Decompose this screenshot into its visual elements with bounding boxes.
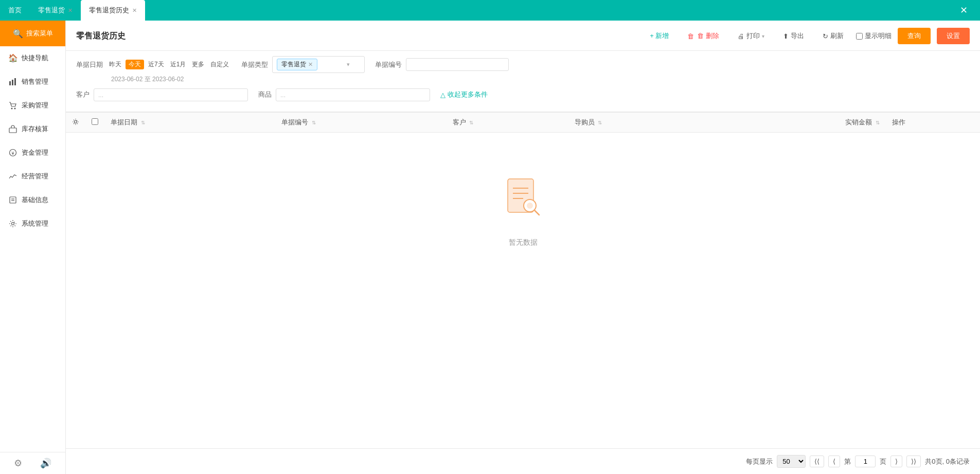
- table-col-settings[interactable]: [66, 113, 85, 133]
- per-page-select[interactable]: 50 10 20 100: [777, 455, 806, 468]
- sort-guide-icon: ⇅: [598, 120, 602, 125]
- sidebar-item-finance[interactable]: ¥ 资金管理: [0, 141, 65, 165]
- empty-text: 暂无数据: [509, 238, 538, 247]
- sidebar-item-label: 资金管理: [22, 148, 48, 157]
- page-header-row: 零售退货历史 + 新增 🗑 🗑 删除 🖨 打印 ▾ ⬆ 导出: [76, 28, 970, 44]
- sidebar: 🔍 搜索菜单 🏠 快捷导航 销售管理 采购管理: [0, 21, 66, 474]
- per-page-label: 每页显示: [746, 457, 773, 466]
- export-icon: ⬆: [783, 32, 789, 40]
- col-guide[interactable]: 导购员 ⇅: [568, 113, 715, 133]
- doc-type-label: 单据类型: [241, 60, 268, 69]
- date-label: 单据日期: [76, 60, 103, 69]
- sidebar-item-label: 经营管理: [22, 172, 48, 181]
- show-detail-checkbox[interactable]: [856, 33, 863, 40]
- query-button[interactable]: 查询: [898, 28, 931, 44]
- date-1month[interactable]: 近1月: [168, 60, 188, 69]
- goods-input[interactable]: ...: [276, 88, 430, 101]
- sidebar-item-label: 库存核算: [22, 124, 48, 134]
- print-button[interactable]: 🖨 打印 ▾: [732, 29, 771, 43]
- prev-page-button[interactable]: ⟨: [828, 455, 840, 467]
- customer-label: 客户: [76, 90, 90, 99]
- setting-button[interactable]: 设置: [937, 28, 970, 44]
- last-page-button[interactable]: ⟩⟩: [906, 455, 921, 467]
- doc-no-input[interactable]: [406, 58, 509, 71]
- date-7days[interactable]: 近7天: [146, 60, 166, 69]
- system-icon: [8, 219, 17, 228]
- col-amount[interactable]: 实销金额 ⇅: [715, 113, 885, 133]
- svg-line-18: [534, 210, 539, 215]
- sidebar-item-system[interactable]: 系统管理: [0, 212, 65, 235]
- sort-date-icon: ⇅: [141, 120, 145, 125]
- tab-retail-return[interactable]: 零售退货 ✕: [30, 0, 81, 21]
- svg-point-12: [75, 120, 77, 123]
- sidebar-item-label: 快捷导航: [22, 53, 48, 63]
- delete-button[interactable]: 🗑 🗑 删除: [681, 29, 725, 43]
- page-label: 第: [844, 457, 851, 466]
- sidebar-item-business[interactable]: 经营管理: [0, 165, 65, 188]
- audio-icon[interactable]: 🔊: [40, 458, 51, 469]
- settings-bottom-icon[interactable]: ⚙: [14, 458, 22, 469]
- col-date[interactable]: 单据日期 ⇅: [104, 113, 275, 133]
- sort-customer-icon: ⇅: [469, 120, 473, 125]
- svg-rect-5: [9, 128, 16, 133]
- first-page-button[interactable]: ⟨⟨: [810, 455, 824, 467]
- next-page-button[interactable]: ⟩: [890, 455, 902, 467]
- svg-rect-1: [12, 80, 13, 85]
- date-more[interactable]: 更多: [190, 60, 206, 69]
- date-yesterday[interactable]: 昨天: [107, 60, 123, 69]
- finance-icon: ¥: [8, 148, 17, 157]
- doc-type-filter: 单据类型 零售退货 ✕ ▾: [241, 56, 365, 73]
- purchase-icon: [8, 101, 17, 110]
- date-custom[interactable]: 自定义: [208, 60, 231, 69]
- doc-type-select[interactable]: 零售退货 ✕ ▾: [272, 56, 365, 73]
- topbar-tabs: 首页 零售退货 ✕ 零售退货历史 ✕: [0, 0, 956, 21]
- date-today[interactable]: 今天: [126, 60, 144, 69]
- collapse-icon: △: [440, 91, 446, 99]
- page-input[interactable]: [855, 455, 876, 467]
- search-icon: 🔍: [13, 29, 23, 39]
- svg-rect-8: [10, 197, 16, 203]
- customer-placeholder: ...: [98, 92, 103, 99]
- doc-no-label: 单据编号: [375, 60, 402, 69]
- svg-point-4: [14, 108, 16, 110]
- svg-rect-2: [14, 78, 16, 85]
- sidebar-item-inventory[interactable]: 库存核算: [0, 117, 65, 141]
- customer-filter: 客户 ...: [76, 88, 248, 101]
- goods-placeholder: ...: [280, 92, 286, 99]
- date-shortcuts: 昨天 今天 近7天 近1月 更多 自定义: [107, 60, 231, 69]
- sidebar-item-purchase[interactable]: 采购管理: [0, 94, 65, 117]
- export-button[interactable]: ⬆ 导出: [777, 29, 810, 43]
- collapse-button[interactable]: △ 收起更多条件: [440, 90, 488, 99]
- show-detail-checkbox-label[interactable]: 显示明细: [856, 31, 892, 41]
- sidebar-item-quick-nav[interactable]: 🏠 快捷导航: [0, 46, 65, 70]
- sidebar-item-label: 系统管理: [22, 219, 48, 228]
- new-button[interactable]: + 新增: [644, 29, 675, 43]
- total-info: 共0页, 0条记录: [925, 457, 970, 466]
- sidebar-item-sales[interactable]: 销售管理: [0, 70, 65, 94]
- home-icon: 🏠: [8, 53, 17, 63]
- col-doc-no[interactable]: 单据编号 ⇅: [275, 113, 446, 133]
- tab-retail-return-history-close[interactable]: ✕: [132, 7, 137, 14]
- doc-type-tag-close[interactable]: ✕: [308, 61, 313, 68]
- sidebar-item-label: 采购管理: [22, 101, 48, 110]
- select-all-checkbox[interactable]: [92, 118, 98, 125]
- date-filter: 单据日期 昨天 今天 近7天 近1月 更多 自定义: [76, 60, 231, 69]
- goods-label: 商品: [258, 90, 272, 99]
- sidebar-search[interactable]: 🔍 搜索菜单: [0, 21, 65, 46]
- filter-row-1: 单据日期 昨天 今天 近7天 近1月 更多 自定义 单据类型: [76, 56, 970, 73]
- table-area: 单据日期 ⇅ 单据编号 ⇅ 客户 ⇅ 导购员 ⇅: [66, 112, 980, 448]
- customer-input[interactable]: ...: [94, 88, 248, 101]
- sidebar-menu: 🏠 快捷导航 销售管理 采购管理 库存核算: [0, 46, 65, 452]
- page-unit: 页: [880, 457, 886, 466]
- window-close-button[interactable]: ✕: [956, 3, 972, 18]
- date-range-display: 2023-06-02 至 2023-06-02: [111, 76, 184, 83]
- tab-home[interactable]: 首页: [0, 0, 30, 21]
- table-col-checkbox[interactable]: [85, 113, 104, 133]
- print-icon: 🖨: [738, 32, 744, 40]
- col-customer[interactable]: 客户 ⇅: [447, 113, 568, 133]
- sidebar-item-basic-info[interactable]: 基础信息: [0, 188, 65, 212]
- tab-retail-return-close[interactable]: ✕: [68, 7, 73, 14]
- refresh-button[interactable]: ↻ 刷新: [816, 29, 850, 43]
- refresh-icon: ↻: [823, 32, 828, 40]
- tab-retail-return-history[interactable]: 零售退货历史 ✕: [81, 0, 145, 21]
